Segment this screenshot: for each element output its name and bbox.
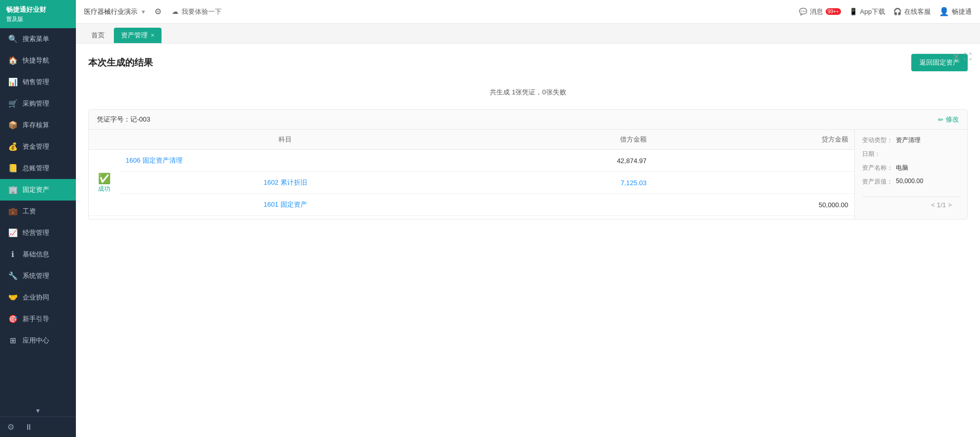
sidebar: 畅捷通好业财 普及版 🔍搜索菜单🏠快捷导航📊销售管理🛒采购管理📦库存核算💰资金管… [0,0,76,437]
app-logo: 畅捷通好业财 普及版 [0,0,76,28]
sales-icon: 📊 [8,77,17,87]
settings-icon[interactable]: ⚙ [7,422,14,432]
result-summary: 共生成 1张凭证，0张失败 [88,82,968,103]
edit-button[interactable]: ✏ 修改 [938,115,959,124]
app-edition: 普及版 [6,15,23,23]
sidebar-item-label: 搜索菜单 [23,34,49,44]
edit-label: 修改 [946,115,959,124]
user-avatar-icon: 👤 [939,7,949,16]
change-type-label: 变动类型： [862,136,893,145]
sidebar-item-label: 企业协同 [23,293,49,302]
sidebar-item-ledger[interactable]: 📒总账管理 [0,157,76,179]
funds-icon: 💰 [8,142,17,151]
customer-service-button[interactable]: 🎧 在线客服 [893,7,931,16]
company-selector[interactable]: 医疗器械行业演示 ▼ [84,7,146,16]
message-label: 消息 [810,7,823,16]
message-badge: 99++ [826,8,841,15]
subject-cell: 1602 累计折旧 [119,172,451,194]
app-center-icon: ⊞ [8,336,17,345]
topbar: 医疗器械行业演示 ▼ ⚙ ☁ 我要体验一下 💬 消息 99++ 📱 App下载 … [76,0,980,24]
voucher-info-panel: 变动类型： 资产清理 日期： 资产名称： 电脑 资产原值： 50,000.00 [854,130,967,219]
original-value-value: 50,000.00 [896,177,923,186]
success-checkmark-icon: ✅ [95,172,113,185]
purchase-icon: 🛒 [8,99,17,108]
sidebar-item-basic-info[interactable]: ℹ基础信息 [0,244,76,265]
tab-home[interactable]: 首页 [84,28,112,43]
asset-name-row: 资产名称： 电脑 [862,164,960,172]
cloud-icon: ☁ [172,8,178,15]
sidebar-item-salary[interactable]: 💼工资 [0,201,76,222]
username: 畅捷通 [952,7,972,16]
col-status [89,130,119,150]
asset-name-value: 电脑 [896,164,908,172]
ledger-icon: 📒 [8,164,17,173]
pagination[interactable]: < 1/1 > [862,196,960,213]
message-icon: 💬 [799,8,807,15]
operations-icon: 📈 [8,228,17,237]
sidebar-item-app-center[interactable]: ⊞应用中心 [0,330,76,351]
app-download-button[interactable]: 📱 App下载 [849,7,885,16]
sidebar-item-search[interactable]: 🔍搜索菜单 [0,28,76,50]
asset-name-label: 资产名称： [862,164,893,172]
col-credit: 贷方金额 [653,130,854,150]
original-value-label: 资产原值： [862,177,893,186]
sidebar-item-label: 采购管理 [23,99,49,108]
change-type-value: 资产清理 [896,136,921,145]
sidebar-item-funds[interactable]: 💰资金管理 [0,136,76,157]
sidebar-item-purchase[interactable]: 🛒采购管理 [0,93,76,114]
sidebar-item-quick-nav[interactable]: 🏠快捷导航 [0,50,76,71]
message-button[interactable]: 💬 消息 99++ [799,7,841,16]
sidebar-bottom-bar: ⚙ ⏸ [0,416,76,437]
sidebar-item-inventory[interactable]: 📦库存核算 [0,114,76,136]
headset-icon: 🎧 [893,8,902,15]
sidebar-item-label: 快捷导航 [23,56,49,65]
user-profile[interactable]: 👤 畅捷通 [939,7,972,16]
basic-info-icon: ℹ [8,250,17,259]
content-area: 本次生成的结果 返回固定资产 ✕ ⛶ 共生成 1张凭证，0张失败 凭证字号：记-… [76,44,980,437]
credit-cell [653,150,854,172]
debit-cell: 7,125.03 [451,172,652,194]
sidebar-item-guide[interactable]: 🎯新手引导 [0,308,76,330]
status-cell: ✅ 成功 [89,150,119,216]
sidebar-item-label: 经营管理 [23,228,49,237]
sidebar-item-system[interactable]: 🔧系统管理 [0,265,76,287]
date-label: 日期： [862,150,881,158]
system-icon: 🔧 [8,271,17,281]
page-title-row: 本次生成的结果 返回固定资产 [88,54,968,71]
col-debit: 借方金额 [451,130,652,150]
debit-cell: 42,874.97 [451,150,652,172]
table-row: 1601 固定资产 50,000.00 [89,194,854,216]
sidebar-item-operations[interactable]: 📈经营管理 [0,222,76,244]
guide-icon: 🎯 [8,314,17,324]
tab-asset-management[interactable]: 资产管理 × [114,28,162,43]
sidebar-item-fixed-assets[interactable]: 🏢固定资产 [0,179,76,201]
table-row: ✅ 成功 1606 固定资产清理 42,874.97 [89,150,854,172]
col-subject: 科目 [119,130,451,150]
sidebar-item-label: 总账管理 [23,164,49,173]
company-arrow-icon: ▼ [141,9,146,15]
edit-icon: ✏ [938,116,944,124]
debit-cell [451,194,652,216]
sidebar-item-enterprise[interactable]: 🤝企业协同 [0,287,76,308]
credit-cell: 50,000.00 [653,194,854,216]
sidebar-item-label: 基础信息 [23,250,49,259]
voucher-card: 凭证字号：记-003 ✏ 修改 科目 借方金额 贷方金额 [88,109,968,220]
topbar-settings-icon[interactable]: ⚙ [154,7,162,16]
summary-text: 共生成 1张凭证，0张失败 [490,88,566,96]
download-icon: 📱 [849,8,857,15]
experience-button[interactable]: ☁ 我要体验一下 [172,7,222,16]
date-row: 日期： [862,150,960,158]
experience-label: 我要体验一下 [182,7,222,16]
expand-panel-button[interactable]: ⛶ [964,52,972,62]
search-icon: 🔍 [8,34,17,44]
close-panel-button[interactable]: ✕ [953,52,959,62]
sidebar-item-label: 系统管理 [23,271,49,281]
sidebar-item-sales[interactable]: 📊销售管理 [0,71,76,93]
sidebar-item-label: 工资 [23,207,36,216]
subject-cell: 1601 固定资产 [119,194,451,216]
tab-close-icon[interactable]: × [151,32,154,39]
toggle-icon[interactable]: ⏸ [25,423,33,432]
credit-cell [653,172,854,194]
pagination-text: < 1/1 > [931,201,952,209]
scroll-down-indicator[interactable]: ▼ [0,405,76,416]
